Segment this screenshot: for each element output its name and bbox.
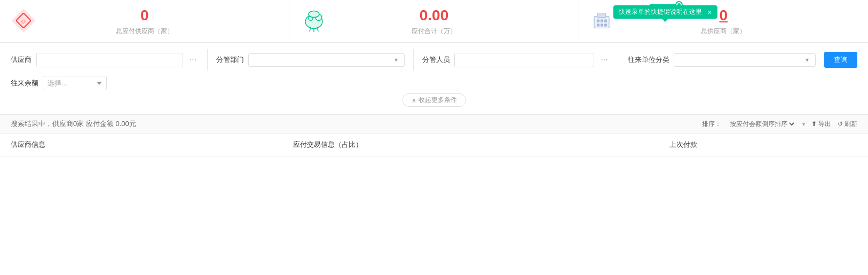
unit-class-label: 往来单位分类 [628,55,669,65]
supplier-input[interactable] [36,53,183,67]
export-label: 导出 [818,120,831,129]
svg-rect-12 [597,19,599,22]
search-bar: 供应商 ··· 分管部门 ▾ 分管人员 ··· 往来单位分类 ▾ [0,43,868,115]
tooltip-bubble: 快速录单的快捷键说明在这里 × [613,5,717,19]
col-lastpay-header: 上次付款 [669,140,857,150]
unit-class-field: 往来单位分类 ▾ [628,53,816,67]
collapse-btn-label: 收起更多条件 [419,96,457,105]
table-header: 供应商信息 应付交易信息（占比） 上次付款 [0,133,868,156]
table-body [0,156,868,275]
unit-class-dropdown[interactable]: ▾ [674,53,816,67]
tooltip-text: 快速录单的快捷键说明在这里 [619,7,702,17]
unit-class-dropdown-btn[interactable]: ▾ [803,56,811,64]
results-actions: 排序： 按应付会额倒序排序 ▾ ⬆ 导出 ↺ 刷新 [702,120,857,129]
search-row-1: 供应商 ··· 分管部门 ▾ 分管人员 ··· 往来单位分类 ▾ [11,49,857,70]
col-supplier-header: 供应商信息 [11,140,293,150]
search-row-2: 往来余额 选择... [11,76,857,90]
total-suppliers-label: 总供应商（家） [701,27,746,36]
supplier-dots-btn[interactable]: ··· [187,55,199,65]
chevron-down-icon: ▾ [802,121,805,127]
export-icon: ⬆ [811,120,817,128]
svg-rect-14 [604,19,607,22]
supplier-field: 供应商 ··· [11,53,199,67]
total-suppliers-number: 0 [720,6,728,25]
svg-rect-13 [601,19,603,22]
person-input[interactable] [454,53,595,67]
unit-class-input[interactable] [678,56,803,64]
dept-dropdown-btn[interactable]: ▾ [392,56,400,64]
dept-label: 分管部门 [216,55,244,65]
sort-select[interactable]: 按应付会额倒序排序 [728,120,796,128]
results-info: 搜索结果中，供应商0家 应付金额 0.00元 [11,119,136,129]
collapse-btn[interactable]: ∧ 收起更多条件 [403,93,466,107]
balance-label: 往来余额 [11,78,38,88]
balance-select[interactable]: 选择... [43,76,107,90]
export-button[interactable]: ⬆ 导出 [811,120,831,129]
person-label: 分管人员 [422,55,450,65]
stat-payable-total: 0.00 应付合计（万） [289,0,579,42]
person-field: 分管人员 ··· [422,53,610,67]
payable-suppliers-label: 总应付供应商（家） [116,27,173,36]
payable-total-label: 应付合计（万） [412,27,456,36]
dept-dropdown[interactable]: ▾ [248,53,404,67]
piggy-icon [300,6,328,36]
svg-rect-11 [597,13,606,17]
building-icon [590,9,613,34]
person-dots-btn[interactable]: ··· [598,55,610,65]
refresh-icon: ↺ [838,120,843,128]
refresh-button[interactable]: ↺ 刷新 [838,120,857,129]
diamond-icon: ◇ [11,7,36,35]
collapse-arrow-icon: ∧ [412,97,416,104]
dept-field: 分管部门 ▾ [216,53,404,67]
svg-text:◇: ◇ [21,18,26,23]
payable-suppliers-number: 0 [140,6,149,25]
results-bar: 搜索结果中，供应商0家 应付金额 0.00元 排序： 按应付会额倒序排序 ▾ ⬆… [0,115,868,133]
balance-field: 往来余额 选择... [11,76,107,90]
svg-rect-17 [604,23,607,26]
svg-point-6 [309,11,319,17]
refresh-label: 刷新 [845,120,857,129]
payable-total-number: 0.00 [420,6,449,25]
divider-1 [207,49,208,70]
query-button[interactable]: 查询 [824,52,857,68]
top-stats-bar: ◇ 0 总应付供应商（家） 0.00 应付合计（万） [0,0,868,43]
svg-rect-15 [597,23,599,26]
stat-total-suppliers: 0 总供应商（家） 快速录单的快捷键说明在这里 × [579,0,868,42]
supplier-label: 供应商 [11,55,32,65]
divider-3 [619,49,619,70]
dept-input[interactable] [253,56,392,64]
divider-2 [413,49,414,70]
svg-rect-16 [601,23,603,26]
stat-payable-suppliers: ◇ 0 总应付供应商（家） [0,0,289,42]
collapse-row: ∧ 收起更多条件 [11,90,857,108]
col-transaction-header: 应付交易信息（占比） [293,140,669,150]
tooltip-close-btn[interactable]: × [707,8,712,17]
sort-label: 排序： [702,120,721,129]
